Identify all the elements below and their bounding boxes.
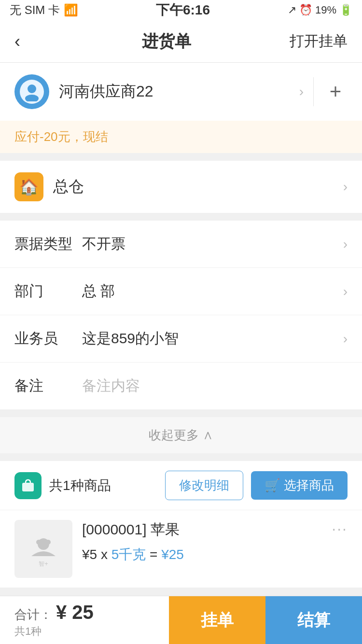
battery-text: 19%: [315, 4, 336, 16]
battery-icon: 🔋: [339, 4, 352, 16]
cart-icon: 🛒: [265, 478, 280, 493]
bottom-bar: 合计： ¥ 25 共1种 挂单 结算: [0, 596, 362, 644]
svg-point-5: [46, 540, 51, 545]
collapse-bar[interactable]: 收起更多 ∧: [0, 417, 362, 453]
wifi-icon: 📶: [64, 3, 78, 17]
svg-point-1: [25, 95, 39, 101]
total-count: 共1种: [14, 624, 154, 639]
more-options-button[interactable]: ···: [332, 520, 348, 538]
department-label: 部门: [14, 281, 82, 301]
alarm-icon: ⏰: [299, 4, 312, 16]
total-section: 合计： ¥ 25 共1种: [0, 596, 169, 644]
location-icon: ↗: [288, 4, 296, 16]
product-price: ¥5 x 5千克 = ¥25: [82, 546, 322, 564]
product-count-icon: [14, 472, 42, 499]
select-product-label: 选择商品: [284, 477, 334, 494]
product-section: 共1种商品 修改明细 🛒 选择商品 智+ [0000001] 苹果: [0, 461, 362, 588]
product-info: [0000001] 苹果 ¥5 x 5千克 = ¥25: [82, 520, 322, 564]
form-section: 票据类型 不开票 › 部门 总 部 › 业务员 这是859的小智 › 备注 备注…: [0, 221, 362, 409]
warehouse-chevron-icon: ›: [343, 179, 348, 195]
total-amount: ¥ 25: [56, 602, 94, 623]
add-supplier-button[interactable]: +: [323, 80, 348, 103]
price-separator: x: [101, 547, 111, 562]
avatar-inner: [20, 80, 44, 104]
suspend-button[interactable]: 挂单: [169, 596, 265, 644]
salesman-label: 业务员: [14, 329, 82, 349]
status-bar-time: 下午6:16: [156, 1, 210, 19]
select-product-button[interactable]: 🛒 选择商品: [251, 471, 348, 500]
status-bar-left: 无 SIM 卡 📶: [10, 2, 78, 18]
total-label: 合计：: [14, 606, 52, 623]
department-chevron-icon: ›: [343, 284, 348, 299]
nav-bar: ‹ 进货单 打开挂单: [0, 20, 362, 63]
user-icon: [22, 82, 42, 101]
salesman-row[interactable]: 业务员 这是859的小智 ›: [0, 315, 362, 363]
remark-row[interactable]: 备注 备注内容: [0, 363, 362, 409]
total-row: 合计： ¥ 25: [14, 602, 154, 623]
remark-label: 备注: [14, 376, 82, 396]
signal-text: 无 SIM 卡: [10, 2, 60, 18]
product-item: 智+ [0000001] 苹果 ¥5 x 5千克 = ¥25 ···: [0, 510, 362, 588]
notice-bar: 应付-20元，现结: [0, 121, 362, 153]
salesman-chevron-icon: ›: [343, 331, 348, 347]
page-title: 进货单: [142, 30, 191, 53]
svg-point-0: [28, 84, 36, 93]
product-total: ¥25: [161, 547, 184, 562]
supplier-row[interactable]: 河南供应商22 › +: [0, 63, 362, 121]
main-content: 河南供应商22 › + 应付-20元，现结 🏠 总仓 › 票据类型 不开票 › …: [0, 63, 362, 644]
department-row[interactable]: 部门 总 部 ›: [0, 268, 362, 315]
supplier-section: 河南供应商22 › +: [0, 63, 362, 121]
invoice-chevron-icon: ›: [343, 237, 348, 252]
checkout-button[interactable]: 结算: [265, 596, 362, 644]
bag-icon: [20, 478, 36, 493]
open-suspend-button[interactable]: 打开挂单: [290, 31, 348, 51]
warehouse-icon: 🏠: [14, 172, 43, 201]
svg-rect-2: [22, 483, 34, 491]
supplier-name: 河南供应商22: [59, 81, 299, 102]
product-qty: 5千克: [111, 547, 146, 562]
remark-placeholder: 备注内容: [82, 376, 348, 396]
invoice-value: 不开票: [82, 234, 343, 254]
product-name: [0000001] 苹果: [82, 520, 322, 540]
product-thumb-icon: 智+: [24, 530, 63, 568]
product-count-text: 共1种商品: [49, 476, 165, 495]
divider: [313, 77, 314, 106]
edit-detail-button[interactable]: 修改明细: [165, 471, 243, 500]
department-value: 总 部: [82, 281, 343, 301]
price-unit: ¥5: [82, 547, 97, 562]
warehouse-name: 总仓: [53, 176, 343, 197]
svg-point-4: [36, 540, 41, 545]
status-bar-right: ↗ ⏰ 19% 🔋: [288, 4, 352, 16]
supplier-avatar: [14, 74, 49, 109]
product-header: 共1种商品 修改明细 🛒 选择商品: [0, 461, 362, 510]
status-bar: 无 SIM 卡 📶 下午6:16 ↗ ⏰ 19% 🔋: [0, 0, 362, 20]
supplier-chevron-icon: ›: [299, 84, 304, 99]
invoice-row[interactable]: 票据类型 不开票 ›: [0, 221, 362, 268]
svg-text:智+: 智+: [39, 560, 48, 567]
product-thumbnail: 智+: [14, 520, 72, 578]
invoice-label: 票据类型: [14, 234, 82, 254]
warehouse-section[interactable]: 🏠 总仓 ›: [0, 161, 362, 213]
salesman-value: 这是859的小智: [82, 329, 343, 349]
price-equals: =: [150, 547, 161, 562]
back-button[interactable]: ‹: [14, 31, 43, 52]
